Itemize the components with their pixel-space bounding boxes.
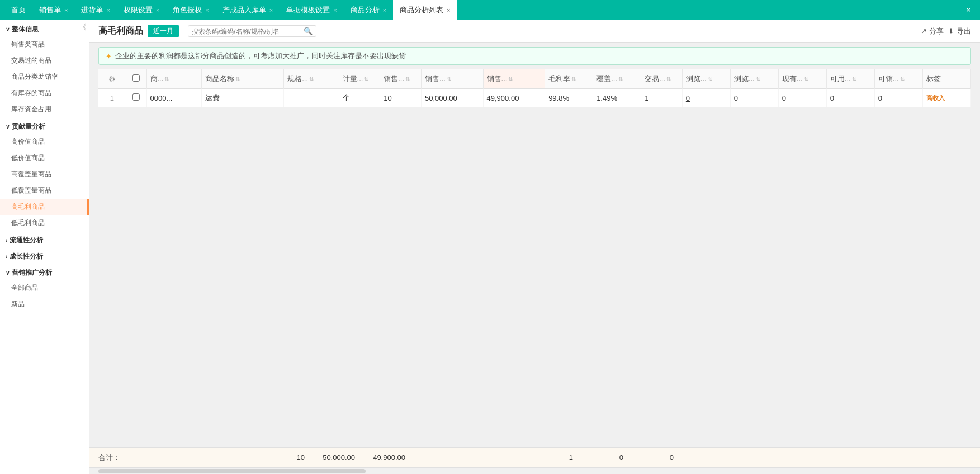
tab-close-icon[interactable]: × <box>383 7 386 13</box>
sort-icon-browse1: ⇅ <box>708 76 712 82</box>
share-icon: ↗ <box>921 27 927 35</box>
export-icon: ⬇ <box>948 27 954 35</box>
row-check[interactable] <box>126 89 146 107</box>
row-tag: 高收入 <box>922 89 970 107</box>
col-header-browse1[interactable]: 浏览...⇅ <box>682 69 730 89</box>
tab-close-icon[interactable]: × <box>447 7 450 13</box>
sort-icon-spec: ⇅ <box>309 76 314 82</box>
info-icon: ✦ <box>106 52 112 60</box>
topnav-item-角色授权[interactable]: 角色授权× <box>166 0 215 20</box>
sidebar-item-高毛利商品[interactable]: 高毛利商品 <box>0 199 89 215</box>
sidebar-group-成长性分析[interactable]: ›成长性分析 <box>0 247 89 264</box>
close-all-button[interactable]: × <box>962 5 976 15</box>
sidebar-item-全部商品[interactable]: 全部商品 <box>0 280 89 296</box>
sidebar-group-流通性分析[interactable]: ›流通性分析 <box>0 231 89 247</box>
col-header-stock1[interactable]: 现有...⇅ <box>778 69 826 89</box>
col-header-qty[interactable]: 销售...⇅ <box>380 69 422 89</box>
footer-cells: 10 50,000.00 49,900.00 1 0 0 <box>131 453 679 462</box>
topnav-item-权限设置[interactable]: 权限设置× <box>117 0 166 20</box>
footer-stock1: 0 <box>579 453 629 462</box>
col-header-trade[interactable]: 交易...⇅ <box>641 69 683 89</box>
topnav-item-商品分析列表[interactable]: 商品分析列表× <box>393 0 457 20</box>
tab-close-icon[interactable]: × <box>205 7 209 13</box>
share-button[interactable]: ↗ 分享 <box>921 26 944 36</box>
topnav-item-商品分析[interactable]: 商品分析× <box>344 0 393 20</box>
topnav-item-销售单[interactable]: 销售单× <box>32 0 74 20</box>
sidebar-item-库存资金占用[interactable]: 库存资金占用 <box>0 101 89 118</box>
tag-badge: 高收入 <box>926 95 945 101</box>
col-header-settings[interactable]: ⚙ <box>98 69 126 89</box>
col-header-name[interactable]: 商品名称⇅ <box>201 69 283 89</box>
sidebar-item-高价值商品[interactable]: 高价值商品 <box>0 134 89 150</box>
tab-close-icon[interactable]: × <box>269 7 273 13</box>
content-area: 高毛利商品 近一月 🔍 ↗ 分享 ⬇ 导出 ✦ 企业的主要的利润都是这部分商品创… <box>89 20 980 474</box>
footer-trade: 1 <box>411 453 579 462</box>
row-spec <box>284 89 339 107</box>
sort-icon-sales2: ⇅ <box>508 76 513 82</box>
info-banner: ✦ 企业的主要的利润都是这部分商品创造的，可考虑加大推广，同时关注库存是不要出现… <box>98 47 971 65</box>
browse1-link[interactable]: 0 <box>686 94 690 102</box>
sidebar-item-低价值商品[interactable]: 低价值商品 <box>0 150 89 166</box>
topnav-item-进货单[interactable]: 进货单× <box>74 0 116 20</box>
row-code: 0000... <box>146 89 201 107</box>
select-all-checkbox[interactable] <box>132 74 140 82</box>
row-num: 1 <box>98 89 126 107</box>
sidebar-item-交易过的商品[interactable]: 交易过的商品 <box>0 53 89 69</box>
footer-sales1: 50,000.00 <box>310 453 361 462</box>
footer-total: 合计： 10 50,000.00 49,900.00 1 0 0 <box>89 447 980 467</box>
data-table: ⚙ 商...⇅ 商品名称⇅ 规格...⇅ <box>98 69 971 107</box>
sidebar-item-低覆盖量商品[interactable]: 低覆盖量商品 <box>0 182 89 199</box>
sidebar-collapse-button[interactable]: 《 <box>79 22 87 32</box>
sort-icon-browse2: ⇅ <box>756 76 760 82</box>
sidebar-item-销售类商品[interactable]: 销售类商品 <box>0 36 89 53</box>
col-header-unit[interactable]: 计量...⇅ <box>339 69 380 89</box>
sidebar-item-新品[interactable]: 新品 <box>0 296 89 312</box>
tab-close-icon[interactable]: × <box>333 7 337 13</box>
col-header-sales1[interactable]: 销售...⇅ <box>421 69 483 89</box>
export-button[interactable]: ⬇ 导出 <box>948 26 971 36</box>
row-checkbox[interactable] <box>132 93 140 101</box>
horizontal-scrollbar[interactable] <box>89 467 980 474</box>
sidebar-item-有库存的商品[interactable]: 有库存的商品 <box>0 85 89 101</box>
col-header-sales2[interactable]: 销售...⇅ <box>483 69 545 89</box>
search-input[interactable] <box>192 27 304 35</box>
col-header-check[interactable] <box>126 69 146 89</box>
col-header-stock2[interactable]: 可用...⇅ <box>826 69 874 89</box>
gear-icon[interactable]: ⚙ <box>108 74 116 83</box>
row-sales2: 49,900.00 <box>483 89 545 107</box>
tab-close-icon[interactable]: × <box>156 7 159 13</box>
page-title: 高毛利商品 <box>98 25 143 37</box>
row-browse2: 0 <box>730 89 778 107</box>
col-header-code[interactable]: 商...⇅ <box>146 69 201 89</box>
sort-icon-stock3: ⇅ <box>900 76 905 82</box>
col-header-browse2[interactable]: 浏览...⇅ <box>730 69 778 89</box>
search-icon[interactable]: 🔍 <box>304 27 313 35</box>
sidebar-item-高覆盖量商品[interactable]: 高覆盖量商品 <box>0 166 89 182</box>
top-navigation: 首页销售单×进货单×权限设置×角色授权×产成品入库单×单据模板设置×商品分析×商… <box>0 0 980 20</box>
topnav-item-首页[interactable]: 首页 <box>4 0 32 20</box>
row-browse1[interactable]: 0 <box>682 89 730 107</box>
col-header-stock3[interactable]: 可销...⇅ <box>874 69 922 89</box>
tab-close-icon[interactable]: × <box>64 7 68 13</box>
group-arrow-icon: › <box>6 237 7 243</box>
topnav-item-产成品入库单[interactable]: 产成品入库单× <box>216 0 280 20</box>
col-header-margin[interactable]: 毛利率⇅ <box>545 69 593 89</box>
col-header-tag[interactable]: 标签 <box>922 69 970 89</box>
topnav-item-单据模板设置[interactable]: 单据模板设置× <box>280 0 343 20</box>
sidebar-group-整体信息[interactable]: ∨整体信息 <box>0 20 89 36</box>
scroll-thumb[interactable] <box>98 469 366 473</box>
filter-recent-month-button[interactable]: 近一月 <box>148 25 179 37</box>
col-header-cover[interactable]: 覆盖...⇅ <box>593 69 641 89</box>
sort-icon-code: ⇅ <box>164 76 169 82</box>
footer-sales2: 49,900.00 <box>361 453 411 462</box>
sidebar-item-商品分类助销率[interactable]: 商品分类助销率 <box>0 69 89 85</box>
sidebar-item-低毛利商品[interactable]: 低毛利商品 <box>0 215 89 231</box>
sidebar-group-营销推广分析[interactable]: ∨营销推广分析 <box>0 264 89 280</box>
tab-close-icon[interactable]: × <box>106 7 110 13</box>
col-header-spec[interactable]: 规格...⇅ <box>284 69 339 89</box>
search-box: 🔍 <box>188 25 316 37</box>
row-cover: 1.49% <box>593 89 641 107</box>
row-stock1: 0 <box>778 89 826 107</box>
sidebar-group-贡献量分析[interactable]: ∨贡献量分析 <box>0 118 89 134</box>
main-layout: 《 ∨整体信息销售类商品交易过的商品商品分类助销率有库存的商品库存资金占用∨贡献… <box>0 20 980 474</box>
